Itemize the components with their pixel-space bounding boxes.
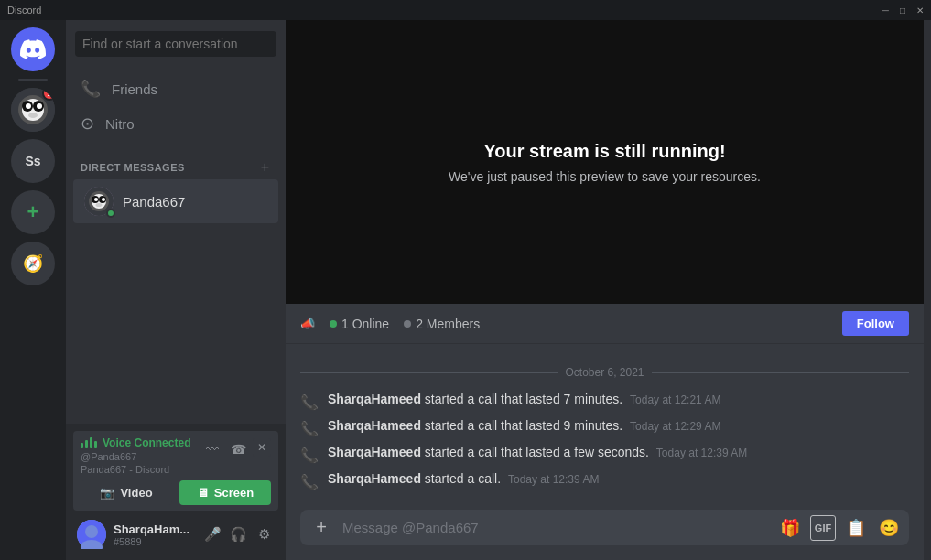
svg-point-6 xyxy=(37,103,42,109)
video-button[interactable]: 📷 Video xyxy=(81,480,172,505)
members-count: 2 Members xyxy=(416,317,480,331)
channel-number: 📣 xyxy=(300,317,315,330)
window-controls: ─ □ ✕ xyxy=(882,5,924,16)
voice-phone-button[interactable]: ☎ xyxy=(227,438,249,460)
svg-point-17 xyxy=(85,525,98,538)
voice-bar-2 xyxy=(85,440,88,448)
stream-preview: Your stream is still running! We've just… xyxy=(286,20,924,304)
discord-home-button[interactable] xyxy=(11,27,55,71)
call-icon-1: 📞 xyxy=(300,393,319,411)
dm-section-header: DIRECT MESSAGES + xyxy=(66,145,286,179)
channel-bar: 📣 1 Online 2 Members Follow xyxy=(286,304,924,344)
titlebar: Discord ─ □ ✕ xyxy=(0,0,931,20)
main-content: Your stream is still running! We've just… xyxy=(286,20,924,560)
table-row: 📞 SharqaHameed started a call. Today at … xyxy=(300,469,909,492)
server-divider xyxy=(18,79,48,81)
sticker-button[interactable]: 📋 xyxy=(843,515,869,541)
add-dm-button[interactable]: + xyxy=(259,159,271,176)
message-author-4: SharqaHameed xyxy=(328,471,421,486)
svg-point-7 xyxy=(28,113,38,118)
video-label: Video xyxy=(120,486,152,500)
screen-icon: 🖥 xyxy=(197,486,209,500)
channel-stats: 📣 1 Online 2 Members xyxy=(300,317,480,331)
username: SharqaHam... xyxy=(114,522,194,536)
message-timestamp-3: Today at 12:39 AM xyxy=(656,447,747,459)
stream-paused-subtitle: We've just paused this preview to save y… xyxy=(449,169,761,184)
call-icon-3: 📞 xyxy=(300,447,319,464)
chat-area: October 6, 2021 📞 SharqaHameed started a… xyxy=(286,344,924,510)
deafen-button[interactable]: 🎧 xyxy=(227,523,249,545)
input-icons: 🎁 GIF 📋 😊 xyxy=(777,515,902,541)
server-icon-panda[interactable]: 1 xyxy=(11,88,55,132)
voice-connected-panel: Voice Connected @Panda667 〰 ☎ ✕ Panda667… xyxy=(73,431,278,511)
message-input-bar: + 🎁 GIF 📋 😊 xyxy=(286,510,924,560)
dm-list-item-panda667[interactable]: Panda667 xyxy=(73,179,278,223)
follow-button[interactable]: Follow xyxy=(842,311,909,336)
user-name-tag: SharqaHam... #5889 xyxy=(114,522,194,547)
call-icon-2: 📞 xyxy=(300,420,319,437)
message-input[interactable] xyxy=(342,510,770,545)
explore-button[interactable]: 🧭 xyxy=(11,242,55,285)
media-buttons: 📷 Video 🖥 Screen xyxy=(81,480,271,505)
server-icon-ss[interactable]: Ss xyxy=(11,139,55,183)
voice-bar-1 xyxy=(81,443,83,448)
voice-bar-4 xyxy=(94,441,97,448)
friends-label: Friends xyxy=(112,81,157,97)
plus-icon: + xyxy=(27,200,39,224)
members-stat: 2 Members xyxy=(404,317,480,331)
ss-label: Ss xyxy=(25,154,40,168)
members-dot xyxy=(404,320,411,328)
emoji-button[interactable]: 😊 xyxy=(876,515,902,541)
svg-point-14 xyxy=(102,198,105,201)
dm-search-bar xyxy=(66,20,286,68)
mute-button[interactable]: 🎤 xyxy=(201,523,223,545)
settings-button[interactable]: ⚙ xyxy=(253,523,275,545)
gift-button[interactable]: 🎁 xyxy=(777,515,803,541)
voice-bar-3 xyxy=(90,437,92,448)
search-input[interactable] xyxy=(75,31,276,57)
panda667-name: Panda667 xyxy=(123,194,185,210)
online-count: 1 Online xyxy=(341,317,389,331)
compass-icon: 🧭 xyxy=(23,253,43,274)
panda667-status xyxy=(106,209,115,218)
dm-nav-items: 📞 Friends ⊙ Nitro xyxy=(66,68,286,145)
screen-button[interactable]: 🖥 Screen xyxy=(179,480,271,505)
gif-button[interactable]: GIF xyxy=(810,515,836,541)
message-body-3: started a call that lasted a few seconds… xyxy=(421,445,649,459)
user-avatar xyxy=(77,520,106,549)
message-text-2: SharqaHameed started a call that lasted … xyxy=(328,418,720,433)
online-dot xyxy=(330,320,337,328)
maximize-button[interactable]: □ xyxy=(900,5,905,16)
table-row: 📞 SharqaHameed started a call that laste… xyxy=(300,416,909,439)
message-text-4: SharqaHameed started a call. Today at 12… xyxy=(328,471,599,486)
user-controls: 🎤 🎧 ⚙ xyxy=(201,523,275,545)
nitro-nav-item[interactable]: ⊙ Nitro xyxy=(73,106,278,141)
message-body-1: started a call that lasted 7 minutes. xyxy=(421,392,622,406)
user-tag: #5889 xyxy=(114,536,194,547)
panda667-avatar xyxy=(84,187,114,216)
voice-disconnect-button[interactable]: ✕ xyxy=(253,438,271,457)
close-button[interactable]: ✕ xyxy=(916,5,924,16)
message-body-4: started a call. xyxy=(421,471,501,486)
message-timestamp-1: Today at 12:21 AM xyxy=(630,393,720,406)
message-input-container: + 🎁 GIF 📋 😊 xyxy=(300,510,909,545)
date-label: October 6, 2021 xyxy=(565,366,644,379)
svg-point-13 xyxy=(94,198,98,201)
message-timestamp-4: Today at 12:39 AM xyxy=(508,473,599,486)
table-row: 📞 SharqaHameed started a call that laste… xyxy=(300,443,909,466)
add-server-button[interactable]: + xyxy=(11,190,55,234)
message-body-2: started a call that lasted 9 minutes. xyxy=(421,418,622,433)
call-label: @Panda667 xyxy=(81,451,190,462)
dm-sidebar: 📞 Friends ⊙ Nitro DIRECT MESSAGES + xyxy=(66,20,286,560)
voice-controls: 〰 ☎ ✕ xyxy=(201,438,271,460)
user-panel: Voice Connected @Panda667 〰 ☎ ✕ Panda667… xyxy=(66,424,286,560)
add-attachment-button[interactable]: + xyxy=(308,514,335,542)
voice-title: Voice Connected xyxy=(103,436,190,449)
voice-wave-button[interactable]: 〰 xyxy=(201,438,223,460)
minimize-button[interactable]: ─ xyxy=(882,5,889,16)
date-divider: October 6, 2021 xyxy=(300,366,909,379)
call-icon-4: 📞 xyxy=(300,473,319,490)
friends-nav-item[interactable]: 📞 Friends xyxy=(73,71,278,106)
scrollbar-track xyxy=(924,20,931,560)
voice-call-label: @Panda667 xyxy=(81,451,136,462)
